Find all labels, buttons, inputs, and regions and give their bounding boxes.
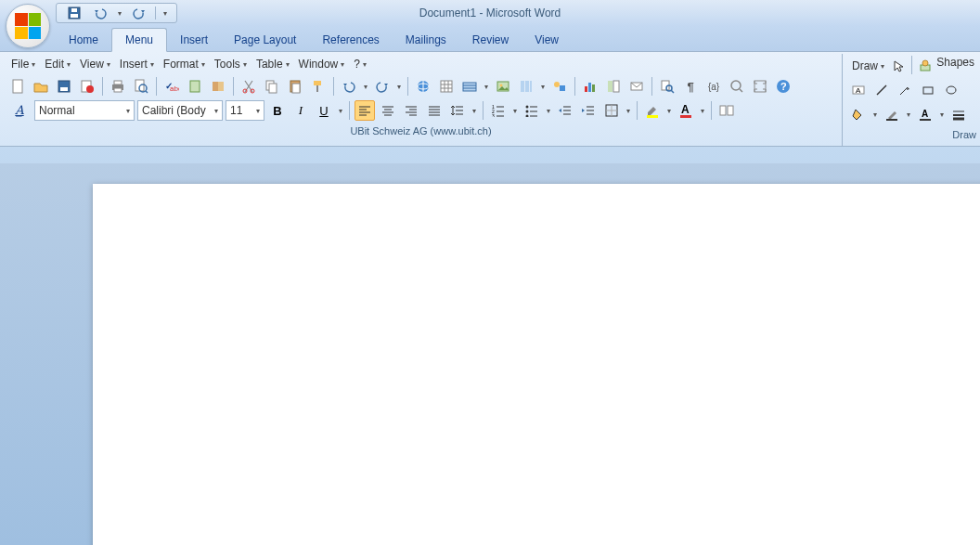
menu-tools[interactable]: Tools▾ [211, 56, 251, 72]
align-justify-button[interactable] [424, 100, 445, 121]
document-map-icon[interactable] [603, 76, 624, 97]
decrease-indent-button[interactable] [555, 100, 575, 121]
menu-edit[interactable]: Edit▾ [41, 56, 74, 72]
reading-layout-icon[interactable] [716, 100, 737, 121]
new-icon[interactable] [7, 76, 28, 97]
shapes-label[interactable]: Shapes [936, 56, 974, 76]
increase-indent-button[interactable] [578, 100, 599, 121]
format-painter-icon[interactable] [308, 76, 329, 97]
find-icon[interactable] [657, 76, 677, 97]
font-size-combo[interactable]: 11▾ [226, 100, 264, 121]
font-color-button[interactable]: A [676, 100, 696, 121]
menu-window[interactable]: Window▾ [295, 56, 349, 72]
select-objects-icon[interactable] [890, 56, 908, 76]
tab-menu[interactable]: Menu [111, 28, 167, 52]
line-tool-icon[interactable] [871, 80, 892, 100]
fill-dd-icon[interactable]: ▾ [871, 110, 879, 119]
font-color-dd-icon[interactable]: ▾ [699, 107, 706, 115]
drawing-icon[interactable] [549, 76, 570, 97]
undo-dd-icon[interactable]: ▾ [362, 83, 369, 91]
menu-insert[interactable]: Insert▾ [116, 56, 158, 72]
oval-tool-icon[interactable] [941, 80, 961, 100]
columns-dd-icon[interactable]: ▾ [539, 83, 547, 91]
numbering-dd-icon[interactable]: ▾ [511, 107, 519, 115]
undo-icon[interactable] [339, 76, 359, 97]
redo-dd-icon[interactable]: ▾ [395, 83, 403, 91]
text-color-dd-icon[interactable]: ▾ [938, 110, 946, 119]
bullets-dd-icon[interactable]: ▾ [545, 107, 552, 115]
tab-page-layout[interactable]: Page Layout [221, 29, 309, 51]
align-center-button[interactable] [378, 100, 398, 121]
menu-format[interactable]: Format▾ [160, 56, 209, 72]
undo-dropdown-icon[interactable]: ▾ [116, 9, 123, 18]
highlight-dd-icon[interactable]: ▾ [665, 107, 673, 115]
spellcheck-icon[interactable]: ✓abc [161, 76, 182, 97]
borders-button[interactable] [601, 100, 622, 121]
draw-menu[interactable]: Draw▾ [848, 56, 888, 76]
font-combo[interactable]: Calibri (Body▾ [137, 100, 223, 121]
envelope-icon[interactable] [626, 76, 647, 97]
paste-icon[interactable] [285, 76, 305, 97]
tab-review[interactable]: Review [459, 29, 522, 51]
arrow-tool-icon[interactable] [895, 80, 915, 100]
align-left-button[interactable] [355, 100, 375, 121]
copy-icon[interactable] [262, 76, 282, 97]
tab-home[interactable]: Home [56, 29, 111, 51]
show-paragraph-icon[interactable]: ¶ [680, 76, 701, 97]
bullets-button[interactable] [522, 100, 542, 121]
underline-dd-icon[interactable]: ▾ [337, 107, 344, 115]
textbox-icon[interactable]: A [848, 80, 869, 100]
styles-dropdown-icon[interactable]: A̲ [7, 100, 32, 121]
autoshapes-icon[interactable] [916, 56, 935, 76]
print-preview-icon[interactable] [131, 76, 151, 97]
fill-color-icon[interactable] [848, 104, 869, 124]
italic-button[interactable]: I [290, 100, 311, 121]
styles-icon[interactable]: {a} [703, 76, 724, 97]
undo-icon[interactable] [90, 3, 110, 23]
hyperlink-icon[interactable] [413, 76, 433, 97]
columns-icon[interactable] [516, 76, 536, 97]
numbering-button[interactable]: 123 [488, 100, 509, 121]
line-spacing-dd-icon[interactable]: ▾ [471, 107, 478, 115]
save-icon[interactable] [64, 3, 84, 23]
bold-button[interactable]: B [267, 100, 288, 121]
insert-table-icon[interactable] [436, 76, 457, 97]
fullscreen-icon[interactable] [750, 76, 770, 97]
zoom-icon[interactable] [727, 76, 747, 97]
chart-icon[interactable] [580, 76, 600, 97]
insert-picture-icon[interactable] [493, 76, 513, 97]
save-icon[interactable] [54, 76, 74, 97]
menu-table[interactable]: Table▾ [252, 56, 293, 72]
line-spacing-button[interactable] [447, 100, 468, 121]
borders-dd-icon[interactable]: ▾ [625, 107, 632, 115]
style-combo[interactable]: Normal▾ [34, 100, 135, 121]
qat-customize-icon[interactable]: ▾ [161, 9, 169, 18]
document-page[interactable] [93, 184, 980, 545]
align-right-button[interactable] [401, 100, 421, 121]
redo-icon[interactable] [372, 76, 393, 97]
highlight-button[interactable] [642, 100, 663, 121]
research-icon[interactable] [185, 76, 205, 97]
help-icon[interactable]: ? [773, 76, 793, 97]
tab-references[interactable]: References [309, 29, 392, 51]
menu-view[interactable]: View▾ [76, 56, 114, 72]
tab-mailings[interactable]: Mailings [393, 29, 459, 51]
menu-file[interactable]: File▾ [7, 56, 39, 72]
menu-help[interactable]: ?▾ [350, 56, 370, 72]
tables-icon[interactable] [459, 76, 480, 97]
line-color-icon[interactable] [882, 104, 902, 124]
underline-button[interactable]: U [314, 100, 334, 121]
office-button[interactable] [6, 4, 50, 48]
tab-view[interactable]: View [522, 29, 572, 51]
thesaurus-icon[interactable] [208, 76, 228, 97]
redo-icon[interactable] [129, 3, 149, 23]
rectangle-tool-icon[interactable] [918, 80, 938, 100]
text-color-icon[interactable]: A [915, 104, 935, 124]
line-color-dd-icon[interactable]: ▾ [905, 110, 912, 119]
print-icon[interactable] [108, 76, 128, 97]
line-style-icon[interactable] [948, 104, 969, 124]
open-icon[interactable] [31, 76, 51, 97]
cut-icon[interactable] [239, 76, 259, 97]
tab-insert[interactable]: Insert [167, 29, 221, 51]
permission-icon[interactable] [77, 76, 97, 97]
